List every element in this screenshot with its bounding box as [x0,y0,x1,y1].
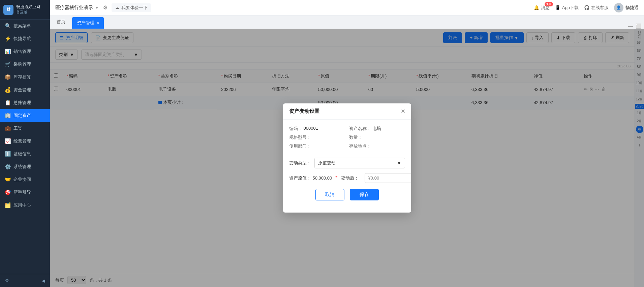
ledger-icon: 📋 [5,100,11,106]
app-edition: 普及版 [16,10,40,15]
sidebar-item-system[interactable]: ⚙️ 系统管理 [0,160,50,173]
user-name: 畅捷通 [625,5,639,11]
sidebar-item-inventory[interactable]: 📦 库存核算 [0,71,50,84]
sidebar-item-appstore[interactable]: 🗂️ 应用中心 [0,199,50,212]
sidebar-item-base-info[interactable]: ℹ️ 基础信息 [0,148,50,160]
sidebar-item-finance[interactable]: 💰 资金管理 [0,84,50,96]
base-info-icon: ℹ️ [5,151,11,157]
sidebar-item-collab[interactable]: 🤝 企业协同 [0,173,50,186]
dept-label: 使用部门： [289,143,311,149]
topbar-right: 🔔 消息 99+ 📱 App下载 🎧 在线客服 👤 畅捷通 [534,3,639,12]
sidebar-nav: 🔍 搜索菜单 ⚡ 快捷导航 📊 销售管理 🛒 采购管理 📦 库存核算 💰 资金管… [0,20,50,274]
sidebar-item-label: 资金管理 [13,87,31,93]
download-icon: 📱 [555,5,560,10]
asset-name-label: 资产名称： [349,126,371,132]
sidebar-item-guide[interactable]: 🎯 新手引导 [0,186,50,199]
user-area[interactable]: 👤 畅捷通 [614,3,639,12]
purchase-icon: 🛒 [5,61,11,67]
tab-home-label: 首页 [57,19,65,25]
sidebar-item-ledger[interactable]: 📋 总账管理 [0,96,50,109]
avatar: 👤 [614,3,623,12]
bell-icon: 🔔 [534,5,539,10]
change-type-label: 变动类型： [289,160,311,166]
settings-gear-icon[interactable]: ⚙ [103,4,108,11]
modal-dept-field: 使用部门： [289,143,345,149]
tab-home[interactable]: 首页 [50,15,72,29]
online-service-btn[interactable]: 🎧 在线客服 [584,5,609,11]
app-download-btn[interactable]: 📱 App下载 [555,5,579,11]
save-button[interactable]: 保存 [350,189,379,200]
logo-icon: 财 [3,5,13,15]
company-selector[interactable]: 医疗器械行业演示 ▼ [55,5,99,11]
fixed-assets-icon: 🏢 [5,113,11,119]
app-name: 畅捷通好业财 [16,4,40,10]
tab-close-icon[interactable]: × [97,21,99,25]
sidebar-item-label: 快捷导航 [13,36,31,42]
finance-icon: 💰 [5,87,11,93]
modal-location-field: 存放地点： [349,143,405,149]
sidebar-item-label: 总账管理 [13,100,31,106]
sidebar-bottom: ⚙ ◀ [0,274,50,287]
guide-icon: 🎯 [5,189,11,195]
payroll-icon: 💼 [5,125,11,131]
sidebar-item-payroll[interactable]: 💼 工资 [0,122,50,135]
sidebar-item-label: 系统管理 [13,164,31,170]
tab-bar: 首页 资产管理 × — ⬜ [50,15,644,29]
required-star: * [335,175,337,181]
main-area: 医疗器械行业演示 ▼ ⚙ ☁ 我要体验一下 🔔 消息 99+ 📱 App下载 🎧… [50,0,644,287]
window-maximize-icon[interactable]: ⬜ [636,23,641,29]
sidebar-item-label: 新手引导 [13,189,31,195]
quantity-label: 数量： [349,134,362,140]
after-change-input[interactable] [365,173,411,183]
value-row: 资产原值： 50,000.00 * 变动后： [289,173,405,183]
modal-info-grid: 编码： 000001 资产名称： 电脑 规格型号： 数量： [289,126,405,149]
after-change-label: 变动后： [341,175,361,181]
sidebar-item-sales[interactable]: 📊 销售管理 [0,45,50,58]
sidebar-item-search[interactable]: 🔍 搜索菜单 [0,20,50,32]
modal-spec-field: 规格型号： [289,134,345,140]
modal-overlay: 资产变动设置 ✕ 编码： 000001 资产名称： 电脑 [50,29,644,287]
topbar: 医疗器械行业演示 ▼ ⚙ ☁ 我要体验一下 🔔 消息 99+ 📱 App下载 🎧… [50,0,644,15]
location-label: 存放地点： [349,143,371,149]
modal-close-icon[interactable]: ✕ [401,108,405,115]
experience-label: 我要体验一下 [121,5,148,11]
code-value: 000001 [304,126,318,132]
sidebar: 财 畅捷通好业财 普及版 🔍 搜索菜单 ⚡ 快捷导航 📊 销售管理 🛒 采购管理… [0,0,50,287]
sidebar-item-purchase[interactable]: 🛒 采购管理 [0,58,50,71]
cancel-button[interactable]: 取消 [315,189,344,200]
headphone-icon: 🎧 [584,5,589,10]
sidebar-item-quicknav[interactable]: ⚡ 快捷导航 [0,32,50,45]
collapse-icon[interactable]: ◀ [42,278,45,283]
sidebar-item-fixed-assets[interactable]: 🏢 固定资产 [0,109,50,122]
change-type-value: 原值变动 [318,160,336,166]
sidebar-item-label: 采购管理 [13,61,31,67]
online-service-label: 在线客服 [591,5,609,11]
sidebar-item-operations[interactable]: 📈 经营管理 [0,135,50,148]
quicknav-icon: ⚡ [5,36,11,42]
change-type-select[interactable]: 原值变动 ▼ [314,158,405,168]
messages-btn[interactable]: 🔔 消息 99+ [534,5,550,11]
modal-header: 资产变动设置 ✕ [283,103,411,120]
original-value-display: 50,000.00 [313,176,332,181]
collab-icon: 🤝 [5,177,11,183]
modal-asset-name-field: 资产名称： 电脑 [349,126,405,132]
window-minimize-icon[interactable]: — [628,23,633,29]
settings-icon[interactable]: ⚙ [5,278,9,284]
tab-asset-mgmt[interactable]: 资产管理 × [72,17,104,29]
experience-btn[interactable]: ☁ 我要体验一下 [112,3,151,12]
messages-badge: 99+ [545,2,553,6]
modal-title: 资产变动设置 [289,108,319,115]
appstore-icon: 🗂️ [5,202,11,208]
sidebar-item-label: 库存核算 [13,74,31,80]
sidebar-item-label: 固定资产 [13,113,31,119]
asset-name-value: 电脑 [372,126,381,132]
sidebar-item-label: 销售管理 [13,49,31,55]
sidebar-item-label: 经营管理 [13,138,31,144]
company-name: 医疗器械行业演示 [55,5,93,11]
sidebar-item-label: 搜索菜单 [13,23,31,29]
change-type-row: 变动类型： 原值变动 ▼ [289,158,405,168]
sidebar-item-label: 企业协同 [13,177,31,183]
asset-change-modal: 资产变动设置 ✕ 编码： 000001 资产名称： 电脑 [283,103,411,213]
inventory-icon: 📦 [5,74,11,80]
modal-divider [289,154,405,154]
